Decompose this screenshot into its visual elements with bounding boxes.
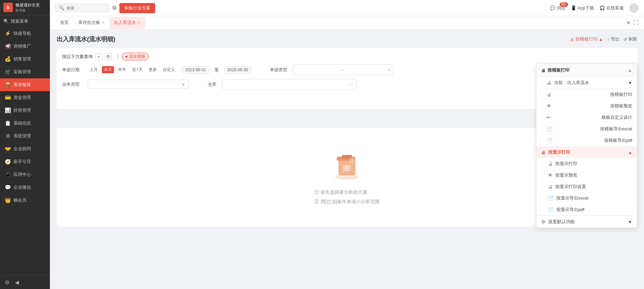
sidebar-item-guide[interactable]: 🧭 新手引导 — [0, 155, 50, 168]
message-action[interactable]: 💬 消息 99+ — [550, 5, 565, 11]
sidebar-item-app-center[interactable]: 📱 应用中心 — [0, 168, 50, 181]
date-range-start[interactable]: 2023-06-01 — [182, 66, 209, 74]
footer-settings-icon[interactable]: ⚙ — [5, 279, 9, 286]
sidebar-header: b 畅捷通好生意 标准版 — [0, 0, 50, 16]
current-sub-arrow: ▼ — [628, 80, 632, 85]
dropdown-footer[interactable]: ⚙ 设置默认功能 ▼ — [536, 216, 637, 228]
sidebar-item-basics[interactable]: 📋 基础信息 — [0, 117, 50, 130]
date-btn-more[interactable]: 更多 — [147, 66, 159, 73]
dropdown-item-display-pdf[interactable]: 📄 按显示导出pdf — [536, 204, 637, 215]
filter-settings-btn[interactable]: ⚙ — [105, 53, 112, 60]
dropdown-item-template-custom[interactable]: ✏ 模板自定义设计 — [536, 112, 637, 123]
dropdown-item-display-print-settings[interactable]: 🖨 按显示打印设置 — [536, 181, 637, 192]
print-dropdown-panel: 🖨 按模板打印 ▲ 🖨 当前：出入库流水 ▼ 🖨 按模板打印 — [536, 63, 637, 228]
empty-illustration: ! — [330, 148, 364, 182]
dropdown-item-display-preview[interactable]: 👁 按显示预览 — [536, 169, 637, 181]
message-badge: 99+ — [560, 2, 568, 7]
topbar-gear-icon[interactable]: ⚙ — [112, 5, 117, 11]
sidebar-search[interactable]: 🔍 搜索菜单 — [0, 16, 50, 27]
date-btn-this-month[interactable]: 本月 — [102, 66, 114, 73]
refresh-btn[interactable]: ↺ 刷新 — [623, 36, 637, 42]
filter-add-btn[interactable]: + — [95, 53, 102, 60]
online-service-action[interactable]: 🎧 在线客服 — [599, 5, 624, 11]
dropdown-header-arrow[interactable]: ▲ — [627, 68, 632, 73]
filter-active-tag[interactable]: 流水明细 — [122, 53, 149, 60]
sidebar-item-cooperation[interactable]: 🤝 企业协同 — [0, 142, 50, 155]
topbar-search-icon: 🔍 — [59, 5, 64, 10]
app-title: 畅捷通好生意 标准版 — [16, 3, 40, 12]
business-type-arrow[interactable]: ∨ — [178, 80, 188, 88]
doc-type-select[interactable]: ··· ∨ — [293, 64, 394, 75]
doc-type-more-icon[interactable]: ··· — [340, 66, 345, 73]
sidebar: b 畅捷通好生意 标准版 🔍 搜索菜单 ⚡ 快捷导航 📢 营销推广 💰 销售管理 — [0, 0, 50, 289]
sidebar-item-operations[interactable]: 📊 经营管理 — [0, 104, 50, 117]
tab-batch-close[interactable]: × — [102, 20, 105, 25]
window-close-btn[interactable]: ✕ — [626, 20, 631, 26]
window-controls: ✕ ⛶ — [626, 20, 639, 26]
doc-type-arrow: ∨ — [387, 68, 390, 72]
window-expand-btn[interactable]: ⛶ — [633, 20, 639, 26]
app-center-icon: 📱 — [5, 172, 11, 178]
sidebar-item-inventory[interactable]: 📦 库存核算 — [0, 78, 50, 91]
tab-current[interactable]: 出入库流水 × — [109, 17, 145, 29]
topbar-search-input[interactable] — [66, 6, 100, 10]
tab-home[interactable]: 首页 — [55, 17, 74, 29]
date-btn-this-year[interactable]: 本年 — [116, 66, 128, 73]
sidebar-item-membership[interactable]: 👑 畅会员 — [0, 194, 50, 207]
warehouse-more-icon[interactable]: ··· — [348, 81, 353, 88]
export-icon: ↑ — [607, 37, 610, 42]
display-print-icon: 🖨 — [548, 161, 553, 166]
warehouse-label: 仓库 — [208, 81, 216, 87]
topbar-search-box[interactable]: 🔍 — [55, 4, 109, 12]
dropdown-section-display[interactable]: 🖨 按显示打印 ▲ — [536, 147, 637, 158]
dropdown-item-template-excel[interactable]: 📄 按模板导出excel — [536, 123, 637, 135]
dropdown-item-template-print[interactable]: 🖨 按模板打印 — [536, 89, 637, 100]
date-btn-7days[interactable]: 近7天 — [130, 66, 145, 73]
membership-icon: 👑 — [5, 197, 11, 203]
trial-btn[interactable]: 体验行业方案 — [119, 3, 155, 13]
dropdown-item-template-pdf[interactable]: 📄 按模板导出pdf — [536, 135, 637, 146]
phone-icon: 📱 — [571, 5, 576, 10]
print-template-btn[interactable]: 🖨 按模板打印 ▲ — [570, 36, 603, 42]
footer-collapse-icon[interactable]: ◀ — [15, 279, 19, 286]
sidebar-item-marketing[interactable]: 📢 营销推广 — [0, 40, 50, 53]
step1-num: ① — [314, 189, 319, 195]
dropdown-item-display-print[interactable]: 🖨 按显示打印 — [536, 158, 637, 169]
date-btn-custom[interactable]: 自定义 — [161, 66, 177, 73]
date-range-end[interactable]: 2023-06-30 — [224, 66, 251, 74]
dropdown-item-template-preview[interactable]: 👁 按模板预览 — [536, 100, 637, 112]
business-type-select[interactable]: ∨ — [88, 80, 189, 89]
date-label: 单据日期 — [62, 67, 82, 73]
step2-num: ② — [314, 199, 319, 204]
display-section-arrow: ▲ — [628, 150, 632, 155]
current-sub-icon: 🖨 — [547, 80, 551, 85]
avatar[interactable] — [629, 3, 639, 13]
sidebar-item-system[interactable]: ⚙ 系统管理 — [0, 130, 50, 142]
dropdown-item-display-excel[interactable]: 📄 按显示导出excel — [536, 192, 637, 204]
app-download-action[interactable]: 📱 App下载 — [571, 5, 594, 11]
page-actions: 🖨 按模板打印 ▲ ↑ 导出 ↺ 刷新 — [570, 36, 637, 42]
topbar-left: 🔍 ⚙ 体验行业方案 — [55, 3, 546, 13]
business-type-label: 业务类型 — [62, 81, 82, 87]
svg-text:!: ! — [351, 158, 352, 162]
business-type-input[interactable] — [88, 80, 178, 88]
topbar-right: 💬 消息 99+ 📱 App下载 🎧 在线客服 — [550, 3, 639, 13]
sidebar-item-finance[interactable]: 💳 资金管理 — [0, 91, 50, 104]
sidebar-item-sales[interactable]: 💰 销售管理 — [0, 53, 50, 65]
headset-icon: 🎧 — [599, 5, 605, 10]
search-icon: 🔍 — [3, 19, 9, 24]
filter-header: 按以下方案查询 + ⚙ 《 流水明细 — [62, 53, 632, 60]
sidebar-item-wechat[interactable]: 💬 企业微信 — [0, 181, 50, 194]
export-btn[interactable]: ↑ 导出 — [607, 36, 620, 42]
sidebar-item-purchase[interactable]: 🛒 采购管理 — [0, 65, 50, 78]
dropdown-current-sub[interactable]: 🖨 当前：出入库流水 ▼ — [536, 77, 637, 88]
sidebar-item-quick-nav[interactable]: ⚡ 快捷导航 — [0, 27, 50, 40]
filter-collapse-btn[interactable]: 《 — [114, 54, 119, 60]
footer-icon: ⚙ — [541, 219, 546, 225]
tab-current-close[interactable]: × — [138, 20, 140, 25]
quick-nav-icon: ⚡ — [5, 30, 11, 36]
warehouse-select[interactable]: ··· — [222, 79, 357, 89]
display-preview-icon: 👁 — [548, 173, 553, 178]
date-btn-last-month[interactable]: 上月 — [88, 66, 100, 73]
tab-batch[interactable]: 库存批次账 × — [74, 17, 109, 29]
